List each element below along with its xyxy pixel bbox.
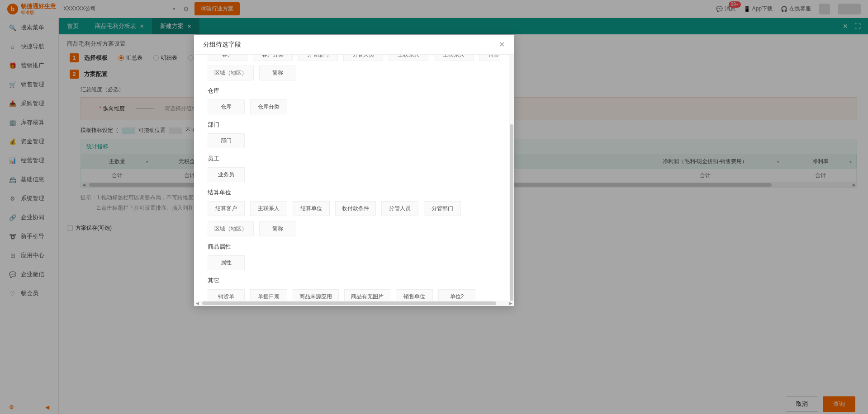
field-pill[interactable]: 简称 xyxy=(259,66,296,80)
field-pill[interactable]: 客户 xyxy=(208,55,247,61)
pill-row: 部门 xyxy=(208,133,500,148)
pill-row: 仓库仓库分类 xyxy=(208,99,500,114)
field-pill[interactable]: 结算单位 xyxy=(293,201,330,216)
field-pill[interactable]: 分管部门 xyxy=(424,201,461,216)
pill-row: 业务员 xyxy=(208,167,500,182)
modal-hscroll-thumb[interactable] xyxy=(202,301,496,305)
pill-row: 区域（地区）简称 xyxy=(208,66,500,80)
modal-hscroll[interactable]: ◀ ▶ xyxy=(194,301,514,306)
modal-vscroll-thumb[interactable] xyxy=(510,124,513,301)
field-group-title: 部门 xyxy=(208,121,500,129)
field-pill[interactable]: 区域（地区） xyxy=(208,66,254,80)
modal-body: 客户客户分类分管部门分管人员主联系人主联系人销售单位区域（地区）简称仓库仓库仓库… xyxy=(194,55,514,301)
field-group-title: 商品属性 xyxy=(208,243,500,251)
modal-header: 分组待选字段 ✕ xyxy=(194,35,514,55)
field-pill[interactable]: 销售单位 xyxy=(396,289,433,301)
modal-close-icon[interactable]: ✕ xyxy=(499,40,505,49)
modal-scroll-left-icon[interactable]: ◀ xyxy=(194,301,200,306)
field-group-title: 结算单位 xyxy=(208,188,500,197)
field-pill[interactable]: 结算客户 xyxy=(208,201,245,216)
field-pill[interactable]: 区域（地区） xyxy=(208,221,254,236)
field-pill[interactable]: 分管人员 xyxy=(343,55,383,61)
field-pill[interactable]: 主联系人 xyxy=(434,55,474,61)
field-pill[interactable]: 收付款条件 xyxy=(335,201,376,216)
field-pill[interactable]: 分管部门 xyxy=(298,55,338,61)
modal-scroll-right-icon[interactable]: ▶ xyxy=(508,301,514,306)
field-pill[interactable]: 仓库分类 xyxy=(250,99,287,114)
field-pill[interactable]: 部门 xyxy=(208,133,245,148)
field-pill[interactable]: 单据日期 xyxy=(250,289,287,301)
pill-row: 销货单单据日期商品来源应用商品有无图片销售单位单位2主计量制单人审核人出库人预计… xyxy=(208,289,500,301)
pill-row: 结算客户主联系人结算单位收付款条件分管人员分管部门区域（地区）简称 xyxy=(208,201,500,236)
field-group-title: 仓库 xyxy=(208,87,500,95)
field-pill[interactable]: 业务员 xyxy=(208,167,245,182)
field-pill[interactable]: 属性 xyxy=(208,255,245,270)
pill-row: 属性 xyxy=(208,255,500,270)
peek-row: 客户客户分类分管部门分管人员主联系人主联系人销售单位 xyxy=(208,55,500,61)
modal-title: 分组待选字段 xyxy=(203,41,241,49)
group-field-modal: 分组待选字段 ✕ 客户客户分类分管部门分管人员主联系人主联系人销售单位区域（地区… xyxy=(194,35,514,306)
field-pill[interactable]: 商品来源应用 xyxy=(293,289,339,301)
field-pill[interactable]: 分管人员 xyxy=(381,201,418,216)
field-pill[interactable]: 主联系人 xyxy=(389,55,428,61)
field-pill[interactable]: 主联系人 xyxy=(250,201,287,216)
field-pill[interactable]: 销售单位 xyxy=(479,55,500,61)
field-pill[interactable]: 商品有无图片 xyxy=(344,289,390,301)
field-pill[interactable]: 客户分类 xyxy=(253,55,293,61)
field-pill[interactable]: 单位2 xyxy=(438,289,475,301)
field-pill[interactable]: 简称 xyxy=(259,221,296,236)
modal-vscroll[interactable] xyxy=(509,55,514,295)
field-pill[interactable]: 仓库 xyxy=(208,99,245,114)
field-pill[interactable]: 销货单 xyxy=(208,289,245,301)
field-group-title: 其它 xyxy=(208,277,500,285)
field-group-title: 员工 xyxy=(208,155,500,163)
